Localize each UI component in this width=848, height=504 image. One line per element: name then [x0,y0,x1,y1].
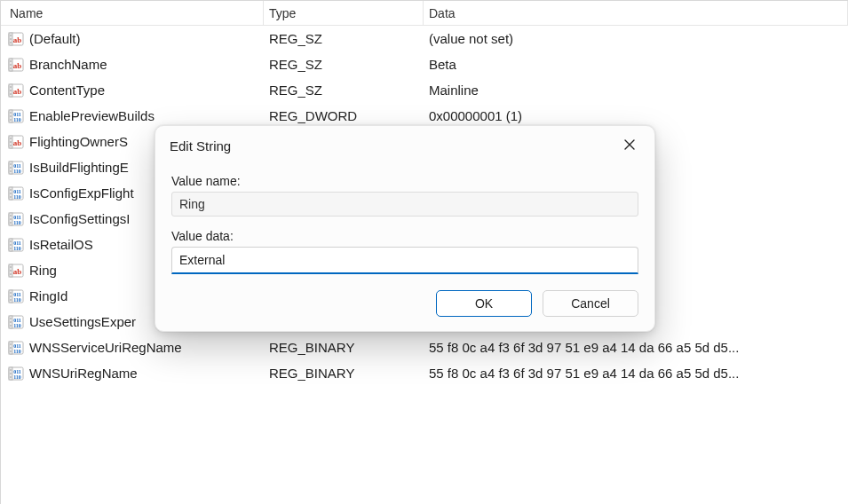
svg-point-40 [10,189,12,191]
cell-name: abBranchName [1,57,264,73]
value-name-text: IsBuildFlightingE [29,160,129,175]
svg-point-42 [10,196,12,198]
dialog-title-text: Edit String [170,138,231,154]
cell-data: 55 f8 0c a4 f3 6f 3d 97 51 e9 a4 14 da 6… [424,366,848,381]
svg-point-2 [10,35,12,36]
svg-point-63 [10,273,12,275]
svg-point-82 [10,347,12,349]
close-icon [623,138,636,154]
value-name-text: IsConfigExpFlight [29,185,134,201]
svg-text:110: 110 [13,297,21,303]
reg-string-icon: ab [8,134,24,150]
svg-point-55 [10,244,12,246]
reg-binary-icon: 011110 [8,108,24,124]
column-header-data[interactable]: Data [424,1,848,25]
svg-point-75 [10,321,12,323]
cell-type: REG_DWORD [264,108,424,123]
svg-text:110: 110 [13,349,21,354]
svg-point-27 [10,138,12,139]
value-name-text: ContentType [29,83,105,98]
cell-data: Mainline [424,83,848,98]
reg-binary-icon: 011110 [8,366,24,382]
svg-point-76 [10,325,12,327]
svg-text:110: 110 [13,194,21,200]
dialog-body: Value name: Ring Value data: External OK… [155,160,654,331]
cell-name: abContentType [1,83,264,98]
svg-text:110: 110 [13,246,21,251]
svg-point-4 [10,42,12,43]
reg-binary-icon: 011110 [8,160,24,176]
value-name-field: Ring [171,192,638,217]
svg-point-34 [10,167,12,169]
svg-point-90 [10,376,12,378]
cell-name: ab(Default) [1,31,264,47]
svg-text:ab: ab [13,267,22,276]
svg-text:110: 110 [13,220,21,225]
svg-text:ab: ab [13,138,22,147]
cell-name: 011110WNSServiceUriRegName [1,340,264,356]
cell-data: 55 f8 0c a4 f3 6f 3d 97 51 e9 a4 14 da 6… [424,340,848,355]
cell-name: 011110WNSUriRegName [1,366,264,382]
reg-binary-icon: 011110 [8,314,24,330]
cell-data: Beta [424,57,848,72]
svg-point-8 [10,60,12,62]
value-data-label: Value data: [171,229,638,243]
svg-point-35 [10,170,12,172]
reg-binary-icon: 011110 [8,185,24,201]
cell-type: REG_BINARY [264,340,424,355]
table-row[interactable]: 011110WNSUriRegNameREG_BINARY55 f8 0c a4… [1,360,848,386]
cancel-button[interactable]: Cancel [543,290,638,317]
svg-point-41 [10,193,12,194]
svg-point-14 [10,86,12,88]
reg-binary-icon: 011110 [8,211,24,227]
value-name-text: EnablePreviewBuilds [29,108,155,123]
value-data-field[interactable]: External [171,247,638,274]
svg-point-67 [10,292,12,294]
svg-point-22 [10,119,12,121]
svg-point-81 [10,343,12,345]
table-row[interactable]: 011110WNSServiceUriRegNameREG_BINARY55 f… [1,335,848,360]
reg-string-icon: ab [8,263,24,279]
table-row[interactable]: abContentTypeREG_SZMainline [1,77,848,103]
table-row[interactable]: ab(Default)REG_SZ(value not set) [1,26,848,51]
reg-binary-icon: 011110 [8,237,24,253]
svg-point-61 [10,266,12,268]
reg-string-icon: ab [8,83,24,98]
svg-point-29 [10,145,12,146]
value-name-text: WNSServiceUriRegName [29,340,182,355]
cell-type: REG_BINARY [264,366,424,381]
column-header-row: Name Type Data [1,1,848,26]
cell-name: 011110EnablePreviewBuilds [1,108,264,124]
svg-point-68 [10,295,12,297]
edit-string-dialog: Edit String Value name: Ring Value data:… [155,125,655,332]
ok-button[interactable]: OK [436,290,532,317]
svg-point-33 [10,163,12,165]
svg-point-88 [10,369,12,371]
svg-point-69 [10,299,12,301]
value-name-text: IsConfigSettingsI [29,211,130,226]
svg-text:110: 110 [13,323,21,328]
table-row[interactable]: abBranchNameREG_SZBeta [1,51,848,77]
value-name-text: RingId [29,288,67,303]
svg-point-56 [10,248,12,249]
svg-point-49 [10,222,12,224]
svg-point-9 [10,64,12,66]
value-name-text: IsRetailOS [29,237,93,252]
reg-binary-icon: 011110 [8,288,24,304]
value-name-text: Ring [29,263,57,278]
svg-point-83 [10,350,12,352]
column-header-type[interactable]: Type [264,1,424,25]
svg-text:110: 110 [13,169,21,174]
cell-data: (value not set) [424,31,848,46]
svg-text:ab: ab [13,87,22,96]
svg-point-28 [10,141,12,143]
dialog-buttons: OK Cancel [171,290,638,317]
svg-point-20 [10,112,12,114]
close-button[interactable] [619,135,640,156]
svg-point-16 [10,93,12,95]
column-header-name[interactable]: Name [1,1,264,25]
value-name-text: UseSettingsExper [29,314,136,329]
reg-binary-icon: 011110 [8,340,24,356]
svg-point-89 [10,373,12,374]
svg-text:110: 110 [13,117,21,122]
